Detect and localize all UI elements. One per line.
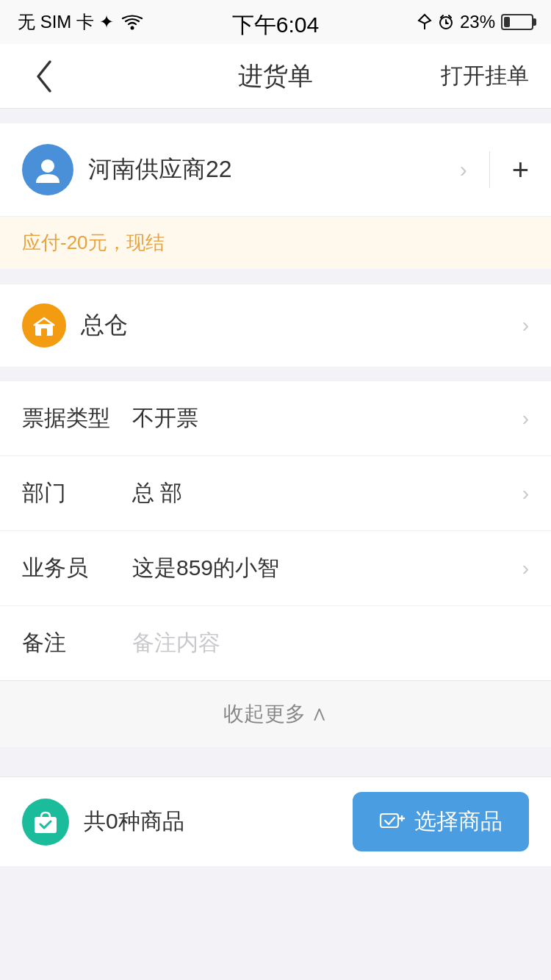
nav-title: 进货单 [238,60,313,93]
battery-percent: 23% [460,12,495,32]
product-count-label: 共0种商品 [84,807,353,837]
back-button[interactable] [22,54,66,98]
remark-label: 备注 [22,628,118,658]
warehouse-section: 总仓 › [0,284,551,367]
supplier-name: 河南供应商22 [88,154,460,186]
svg-point-0 [130,26,134,30]
status-bar: 无 SIM 卡 ✦ 下午6:04 23% [0,0,551,44]
select-product-icon [379,811,406,833]
svg-rect-4 [41,328,47,336]
svg-rect-6 [381,814,398,827]
supplier-avatar [22,144,73,195]
form-section: 票据类型 不开票 › 部门 总 部 › 业务员 这是859的小智 › 备注 备注… [0,381,551,680]
collapse-bar[interactable]: 收起更多 ∧ [0,680,551,747]
section-gap-3 [0,747,551,762]
invoice-chevron-icon: › [522,407,529,430]
supplier-chevron-icon: › [460,157,467,182]
status-right: 23% [417,12,533,32]
invoice-row[interactable]: 票据类型 不开票 › [0,381,551,456]
select-product-label: 选择商品 [414,807,503,837]
product-icon [22,799,69,846]
warehouse-icon [22,303,66,347]
svg-point-2 [41,159,54,173]
section-gap-1 [0,109,551,123]
bottom-bar: 共0种商品 选择商品 [0,777,551,866]
sales-value: 这是859的小智 [118,553,515,583]
warehouse-row[interactable]: 总仓 › [0,284,551,367]
supplier-row[interactable]: 河南供应商22 › + [0,123,551,217]
invoice-value: 不开票 [118,403,515,433]
status-time: 下午6:04 [232,10,319,40]
dept-row[interactable]: 部门 总 部 › [0,456,551,531]
warehouse-name: 总仓 [81,309,522,342]
add-supplier-button[interactable]: + [512,154,529,187]
nav-bar: 进货单 打开挂单 [0,44,551,109]
wifi-icon [121,14,143,30]
select-product-button[interactable]: 选择商品 [353,792,529,851]
dept-chevron-icon: › [522,482,529,505]
supplier-divider [489,151,490,188]
status-left: 无 SIM 卡 ✦ [18,10,143,34]
sim-label: 无 SIM 卡 ✦ [18,10,114,34]
collapse-label: 收起更多 ∧ [223,702,328,725]
invoice-label: 票据类型 [22,403,118,433]
open-pending-button[interactable]: 打开挂单 [441,61,529,91]
warehouse-chevron-icon: › [522,314,529,337]
page-background [0,866,551,980]
dept-label: 部门 [22,478,118,508]
dept-value: 总 部 [118,478,515,508]
notice-text: 应付-20元，现结 [22,231,165,253]
sales-row[interactable]: 业务员 这是859的小智 › [0,531,551,606]
notice-bar: 应付-20元，现结 [0,217,551,269]
supplier-section: 河南供应商22 › + 应付-20元，现结 [0,123,551,269]
battery-indicator [501,14,533,30]
remark-input[interactable]: 备注内容 [118,628,529,658]
sales-chevron-icon: › [522,557,529,580]
remark-row[interactable]: 备注 备注内容 [0,606,551,680]
section-gap-2 [0,269,551,284]
alarm-icon [438,14,454,30]
location-icon [417,13,432,31]
sales-label: 业务员 [22,553,118,583]
